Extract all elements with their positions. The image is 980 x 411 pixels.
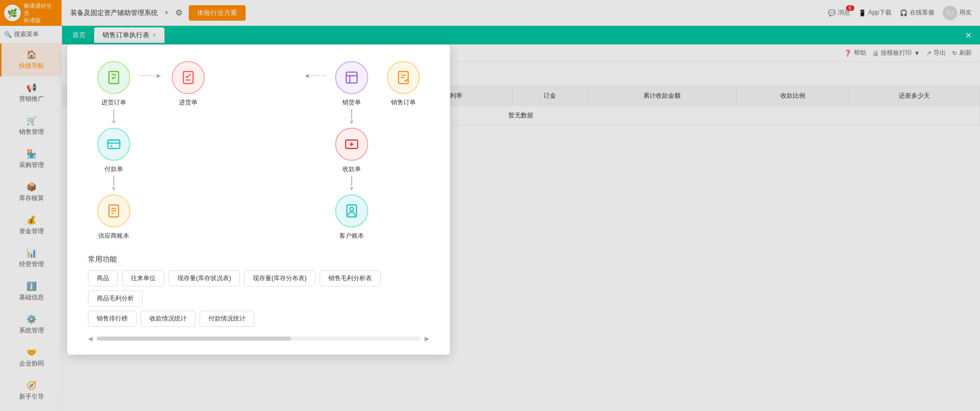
customer-ledger-icon [335, 194, 368, 227]
payment-icon [97, 128, 130, 161]
flow-node-payment[interactable]: 付款单 [88, 128, 140, 174]
receipt-label: 收款单 [342, 165, 361, 174]
flow-node-purchase-bill[interactable]: 进货单 [162, 61, 214, 107]
flow-node-supplier-ledger[interactable]: 供应商账本 [88, 194, 140, 240]
payment-label: 付款单 [104, 165, 123, 174]
func-btn-partners[interactable]: 往来单位 [122, 270, 164, 286]
flow-node-purchase-order[interactable]: 进货订单 [88, 61, 140, 107]
func-btn-goods-margin[interactable]: 商品毛利分析 [88, 291, 143, 307]
common-functions: 常用功能 商品 往来单位 现存量(库存状况表) 现存量(库存分布表) 销售毛利分… [88, 255, 429, 327]
supplier-ledger-icon [97, 194, 130, 227]
func-btn-stock-dist[interactable]: 现存量(库存分布表) [244, 270, 315, 286]
scroll-thumb [97, 337, 291, 341]
flow-node-sales-order[interactable]: 销售订单 [378, 61, 429, 107]
svg-rect-2 [108, 140, 119, 148]
customer-ledger-label: 客户账本 [339, 232, 364, 240]
func-btn-sales-margin[interactable]: 销售毛利分析表 [320, 270, 381, 286]
functions-row1: 商品 往来单位 现存量(库存状况表) 现存量(库存分布表) 销售毛利分析表 商品… [88, 270, 429, 307]
func-btn-goods[interactable]: 商品 [88, 270, 118, 286]
sales-order-icon [387, 61, 420, 94]
func-btn-sales-rank[interactable]: 销售排行榜 [88, 311, 137, 327]
scroll-right-btn[interactable]: ▶ [425, 335, 429, 342]
svg-point-16 [350, 207, 354, 211]
flow-node-customer-ledger[interactable]: 客户账本 [326, 194, 378, 240]
purchase-bill-icon [172, 61, 205, 94]
scroll-track[interactable] [97, 337, 420, 341]
sales-bill-label: 销货单 [342, 98, 361, 107]
scroll-left-btn[interactable]: ◀ [88, 335, 93, 342]
func-btn-receipt-stat[interactable]: 收款情况统计 [141, 311, 195, 327]
receipt-icon [335, 128, 368, 161]
svg-rect-9 [184, 71, 193, 83]
sales-bill-icon [335, 61, 368, 94]
functions-row2: 销售排行榜 收款情况统计 付款情况统计 [88, 311, 429, 327]
supplier-ledger-label: 供应商账本 [98, 232, 129, 240]
svg-rect-11 [346, 72, 357, 83]
purchase-order-label: 进货订单 [101, 98, 126, 107]
quick-nav-popup: 进货订单 ▼ 付款单 ▼ [67, 44, 450, 355]
purchase-bill-label: 进货单 [179, 98, 198, 107]
sales-order-label: 销售订单 [391, 98, 416, 107]
flow-node-receipt[interactable]: 收款单 [326, 128, 378, 174]
common-title: 常用功能 [88, 255, 429, 264]
func-btn-payment-stat[interactable]: 付款情况统计 [200, 311, 254, 327]
popup-scrollbar: ◀ ▶ [88, 335, 429, 342]
flow-node-sales-bill[interactable]: 销货单 [326, 61, 378, 107]
purchase-order-icon [97, 61, 130, 94]
func-btn-stock-status[interactable]: 现存量(库存状况表) [169, 270, 240, 286]
overlay: 进货订单 ▼ 付款单 ▼ [0, 0, 980, 411]
